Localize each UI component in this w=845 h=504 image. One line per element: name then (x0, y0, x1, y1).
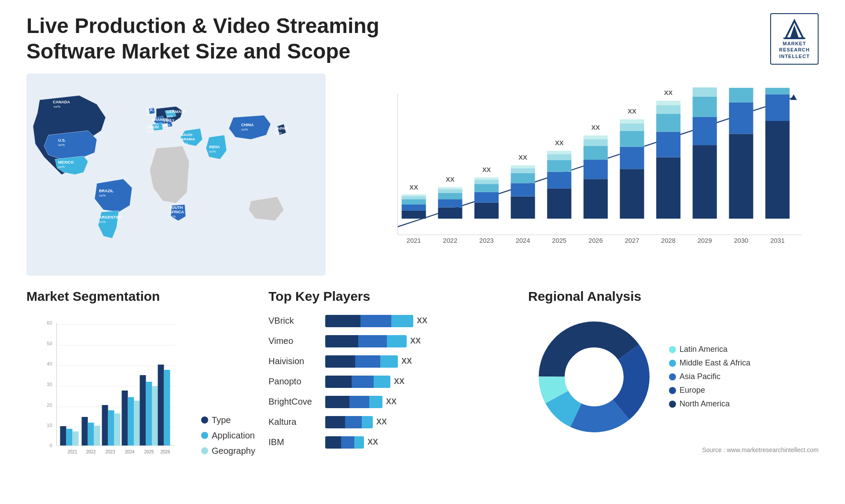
svg-text:2022: 2022 (86, 449, 96, 454)
svg-text:xx%: xx% (169, 215, 176, 219)
svg-text:XX: XX (409, 184, 418, 191)
svg-text:ARGENTINA: ARGENTINA (99, 215, 123, 219)
svg-rect-132 (102, 405, 108, 446)
key-players-section: Top Key Players VBrick Vimeo Haivision P… (268, 289, 515, 478)
bar-haivision: XX (325, 351, 515, 372)
header: Live Production & Video Streaming Softwa… (26, 13, 819, 65)
svg-rect-58 (474, 177, 499, 180)
svg-rect-142 (152, 386, 158, 446)
svg-text:30: 30 (47, 382, 52, 387)
svg-text:20: 20 (47, 402, 52, 408)
bar-panopto-val: XX (394, 377, 404, 386)
regional-section: Regional Analysis (528, 289, 819, 478)
svg-text:2031: 2031 (770, 237, 785, 244)
svg-rect-43 (402, 196, 426, 199)
bottom-section: Market Segmentation 0 10 20 30 40 50 (26, 289, 819, 478)
bar-haivision-val: XX (401, 357, 412, 366)
svg-text:INDIA: INDIA (209, 145, 220, 149)
svg-rect-64 (511, 168, 535, 173)
legend-na-dot (669, 401, 676, 408)
legend-na: North America (669, 399, 750, 409)
svg-rect-71 (547, 154, 571, 160)
svg-rect-140 (140, 375, 146, 446)
svg-text:XX: XX (628, 108, 636, 115)
top-section: CANADA xx% U.S. xx% MEXICO xx% BRAZIL xx… (26, 73, 819, 276)
pie-legend: Latin America Middle East & Africa Asia … (669, 345, 750, 409)
svg-rect-99 (693, 88, 717, 97)
svg-rect-61 (511, 197, 535, 219)
svg-rect-83 (620, 147, 644, 169)
legend-apac-label: Asia Pacific (680, 372, 720, 381)
svg-rect-85 (620, 123, 644, 131)
svg-rect-134 (114, 413, 121, 446)
legend-app-dot (201, 432, 208, 439)
svg-text:xx%: xx% (275, 131, 282, 135)
bar-vbrick-val: XX (417, 316, 427, 325)
svg-rect-76 (584, 160, 608, 179)
svg-rect-103 (729, 88, 753, 102)
svg-text:XX: XX (555, 139, 564, 146)
bar-vbrick-bg (325, 315, 413, 327)
bar-chart-svg: XX 2021 XX 2022 (365, 78, 810, 263)
player-kaltura: Kaltura (268, 412, 312, 432)
svg-rect-97 (693, 117, 717, 145)
svg-text:SAUDI: SAUDI (181, 133, 192, 137)
legend-type: Type (201, 415, 255, 425)
legend-app-label: Application (212, 431, 255, 441)
logo-text: MARKET RESEARCH INTELLECT (779, 40, 810, 59)
svg-rect-48 (438, 199, 462, 207)
svg-text:BRAZIL: BRAZIL (99, 189, 114, 193)
legend-application: Application (201, 431, 255, 441)
key-players-title: Top Key Players (268, 289, 515, 304)
legend-latin: Latin America (669, 345, 750, 354)
svg-rect-93 (656, 101, 680, 105)
svg-rect-128 (82, 417, 88, 446)
svg-rect-141 (146, 382, 152, 446)
svg-text:xx%: xx% (166, 114, 173, 118)
bar-vimeo: XX (325, 331, 515, 351)
legend-type-label: Type (212, 415, 231, 425)
svg-rect-77 (584, 146, 608, 160)
svg-rect-82 (620, 169, 644, 219)
svg-rect-41 (402, 205, 426, 211)
svg-text:50: 50 (47, 341, 52, 346)
bar-haivision-bg (325, 355, 398, 368)
svg-rect-96 (693, 145, 717, 219)
svg-rect-68 (547, 188, 571, 219)
svg-text:CANADA: CANADA (53, 100, 70, 104)
svg-text:XX: XX (592, 124, 600, 131)
svg-rect-42 (402, 199, 426, 205)
svg-text:2021: 2021 (407, 237, 421, 244)
player-vimeo: Vimeo (268, 331, 312, 351)
players-list: VBrick Vimeo Haivision Panopto BrightCov… (268, 311, 515, 453)
legend-na-label: North America (680, 399, 730, 409)
svg-text:XX: XX (482, 166, 491, 173)
svg-rect-55 (474, 192, 499, 202)
legend-mea-dot (669, 360, 676, 367)
svg-rect-47 (438, 207, 462, 219)
svg-text:xx%: xx% (58, 143, 65, 147)
player-ibm: IBM (268, 432, 312, 453)
bar-ibm-bg (325, 436, 364, 449)
bar-brightcove-bg (325, 396, 382, 408)
svg-text:XX: XX (518, 154, 527, 161)
legend-mea: Middle East & Africa (669, 358, 750, 368)
legend-latin-label: Latin America (680, 345, 727, 354)
source-text: Source : www.marketresearchintellect.com (528, 446, 819, 453)
legend-apac: Asia Pacific (669, 372, 750, 381)
legend-geography: Geography (201, 446, 255, 456)
bar-panopto-bg (325, 376, 390, 388)
svg-rect-98 (693, 97, 717, 117)
svg-rect-133 (108, 410, 114, 446)
legend-mea-label: Middle East & Africa (680, 358, 750, 368)
svg-text:U.S.: U.S. (58, 138, 66, 142)
svg-rect-79 (584, 135, 608, 139)
svg-text:XX: XX (664, 89, 673, 96)
svg-rect-65 (511, 165, 535, 168)
svg-rect-101 (729, 134, 753, 219)
svg-rect-84 (620, 131, 644, 147)
regional-content: Latin America Middle East & Africa Asia … (528, 311, 819, 443)
bar-panopto: XX (325, 372, 515, 392)
svg-rect-145 (164, 370, 170, 446)
svg-text:SOUTH: SOUTH (169, 205, 183, 210)
